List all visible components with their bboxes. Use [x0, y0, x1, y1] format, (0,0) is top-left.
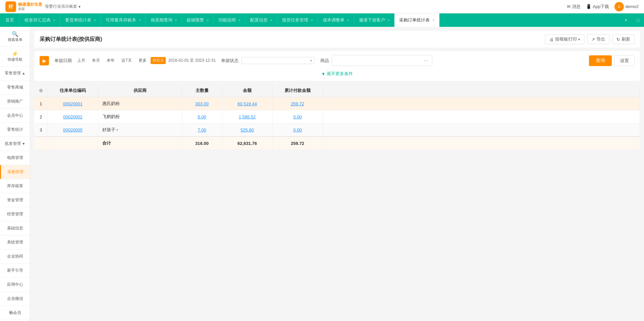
data-table-area: ⚙ 往来单位编码 供应商 主数量 金额: [34, 84, 640, 150]
sidebar-item-wholesale[interactable]: 批发管理 ▼: [0, 137, 30, 151]
export-icon: ↗: [591, 37, 595, 42]
sidebar-item-appcenter[interactable]: 应用中心: [0, 278, 30, 292]
chevron-down-icon[interactable]: ▾: [78, 4, 80, 9]
row-supplier-3: 好孩子 ▾: [98, 123, 182, 137]
tab-shoufahuizonghebiao[interactable]: 收发存汇总表 ×: [20, 13, 60, 27]
shortcut-this-year[interactable]: 本年: [104, 57, 117, 64]
goods-ellipsis-button[interactable]: ···: [422, 58, 429, 64]
close-icon[interactable]: ×: [139, 18, 141, 22]
goods-input[interactable]: [335, 57, 421, 64]
table-row[interactable]: 2 00020002 飞鹤奶粉 6.00 1,586.52: [34, 110, 640, 123]
paid-link-1[interactable]: 259.72: [291, 101, 304, 106]
close-icon[interactable]: ×: [270, 18, 272, 22]
close-icon[interactable]: ×: [238, 18, 240, 22]
message-button[interactable]: ✉ 消息: [567, 4, 581, 10]
tab-gongneng[interactable]: 功能说明 ×: [214, 13, 246, 27]
amount-link-1[interactable]: 60,519.44: [237, 101, 257, 106]
footer-qty: 316.00: [182, 137, 222, 150]
setting-button[interactable]: 设置: [614, 55, 635, 66]
row-qty-1: 303.00: [182, 97, 222, 110]
sidebar-item-quicknav[interactable]: ⚡ 快捷导航: [0, 47, 30, 66]
qty-link-3[interactable]: 7.00: [198, 127, 206, 132]
sidebar-item-retail-stat[interactable]: 零售统计: [0, 123, 30, 137]
table-row[interactable]: 3 00020005 好孩子 ▾ 7.00 525.: [34, 123, 640, 137]
qty-link-1[interactable]: 303.00: [195, 101, 209, 106]
print-button[interactable]: 🖨 按模板打印 ▾: [545, 34, 584, 44]
close-icon[interactable]: ×: [207, 18, 209, 22]
sidebar-item-wechat[interactable]: 企业微信: [0, 292, 30, 306]
sidebar-item-operations[interactable]: 经营管理: [0, 207, 30, 221]
app-download-button[interactable]: 📱 App下载: [586, 4, 609, 10]
close-tab-button[interactable]: ×: [620, 13, 632, 27]
sidebar-item-cooperation[interactable]: 企业协同: [0, 250, 30, 264]
goods-filter-label: 商品: [320, 58, 329, 64]
sidebar-item-inventory[interactable]: 库存核算: [0, 179, 30, 193]
top-bar-right: ✉ 消息 📱 App下载 E demo2: [567, 2, 639, 11]
paid-link-3[interactable]: 0.00: [293, 127, 302, 132]
sidebar-item-basic[interactable]: 基础信息: [0, 221, 30, 235]
sidebar-item-ecommerce[interactable]: 电商管理: [0, 151, 30, 165]
sidebar-item-newbie[interactable]: 新手引导: [0, 264, 30, 278]
sidebar-item-search[interactable]: 🔍 搜索菜单: [0, 27, 30, 47]
close-icon[interactable]: ×: [311, 18, 313, 22]
row-code-3: 00020005: [48, 123, 98, 137]
tab-peizhi[interactable]: 配置信息 ×: [246, 13, 277, 27]
close-icon[interactable]: ×: [175, 18, 177, 22]
tab-home[interactable]: 首页: [0, 13, 20, 27]
paid-link-2[interactable]: 0.00: [293, 114, 302, 119]
amount-link-3[interactable]: 525.80: [240, 127, 254, 132]
tab-keyongliang[interactable]: 可用量库存账本 ×: [101, 13, 146, 27]
status-filter-label: 单据状态: [221, 58, 238, 64]
search-icon: 🔍: [1, 31, 29, 37]
close-icon[interactable]: ×: [53, 18, 55, 22]
shortcut-this-month[interactable]: 本月: [89, 57, 103, 64]
tab-baozhixian[interactable]: 保质期查询 ×: [146, 13, 182, 27]
close-icon[interactable]: ×: [432, 18, 434, 22]
close-icon[interactable]: ×: [347, 18, 349, 22]
expand-more-button[interactable]: ▼ 展开更多条件: [321, 71, 353, 77]
sidebar-item-retail-shop[interactable]: 零售商城: [0, 81, 30, 95]
code-link-1[interactable]: 00020001: [63, 101, 83, 106]
row-paid-2: 0.00: [272, 110, 323, 123]
shortcut-7days[interactable]: 近7天: [119, 57, 135, 64]
qty-link-2[interactable]: 6.00: [198, 114, 206, 119]
sidebar-item-vip[interactable]: 畅会员: [0, 306, 30, 320]
tab-caigoudantongji[interactable]: 采购订单统计表 ×: [394, 13, 439, 27]
amount-link-2[interactable]: 1,586.52: [239, 114, 256, 119]
close-icon[interactable]: ×: [388, 18, 390, 22]
custom-date-tag[interactable]: 自定义: [151, 57, 166, 64]
sidebar-item-retail[interactable]: 零售管理 ▲: [0, 66, 30, 81]
close-icon[interactable]: ×: [94, 18, 96, 22]
page-header: 采购订单统计表(按供应商) 🖨 按模板打印 ▾ ↗ 导出 ↻ 刷新: [34, 31, 640, 48]
sidebar-item-finance[interactable]: 资金管理: [0, 193, 30, 207]
table-settings-icon[interactable]: ⚙: [39, 88, 43, 93]
tab-chaochuyujing[interactable]: 超储预警 ×: [182, 13, 214, 27]
user-area[interactable]: E demo2: [614, 2, 639, 11]
query-button[interactable]: 查询: [589, 55, 612, 66]
export-button[interactable]: ↗ 导出: [587, 34, 609, 44]
tab-paihuorenwu[interactable]: 拣货任务管理 ×: [277, 13, 318, 27]
nav-tabs: 首页 收发存汇总表 × 要货单统计表 × 可用量库存账本 × 保质期查询 × 超…: [0, 13, 644, 27]
sidebar-item-marketing[interactable]: 营销推广: [0, 95, 30, 109]
code-link-2[interactable]: 00020002: [63, 114, 83, 119]
sidebar-item-member[interactable]: 会员中心: [0, 109, 30, 123]
chevron-down-icon: ▼: [22, 142, 25, 146]
header-actions: 🖨 按模板打印 ▾ ↗ 导出 ↻ 刷新: [545, 34, 635, 44]
tab-chengbentiaozhen[interactable]: 成本调整单 ×: [318, 13, 354, 27]
tab-yaohuodanjitongji[interactable]: 要货单统计表 ×: [60, 13, 101, 27]
refresh-button[interactable]: ↻ 刷新: [612, 34, 635, 44]
filter-area: ▶ 单据日期 上月 本月 本年 近7天 更多 自定义 2016-01-01 至 …: [34, 51, 640, 81]
footer-empty-2: [48, 137, 98, 150]
maximize-button[interactable]: □: [632, 13, 644, 27]
print-icon: 🖨: [549, 37, 554, 42]
shortcut-more[interactable]: 更多: [136, 57, 149, 64]
tab-yaoqing[interactable]: 邀请下游客户 ×: [354, 13, 395, 27]
table-row[interactable]: 1 00020001 惠氏奶粉 303.00 60,519.44: [34, 97, 640, 110]
row-extra-2: [323, 110, 640, 123]
filter-toggle-button[interactable]: ▶: [40, 56, 49, 65]
sidebar-item-purchase[interactable]: 采购管理: [0, 165, 30, 179]
code-link-3[interactable]: 00020005: [63, 127, 83, 132]
status-select[interactable]: ▾: [241, 57, 315, 64]
shortcut-last-month[interactable]: 上月: [74, 57, 88, 64]
sidebar-item-system[interactable]: 系统管理: [0, 235, 30, 250]
